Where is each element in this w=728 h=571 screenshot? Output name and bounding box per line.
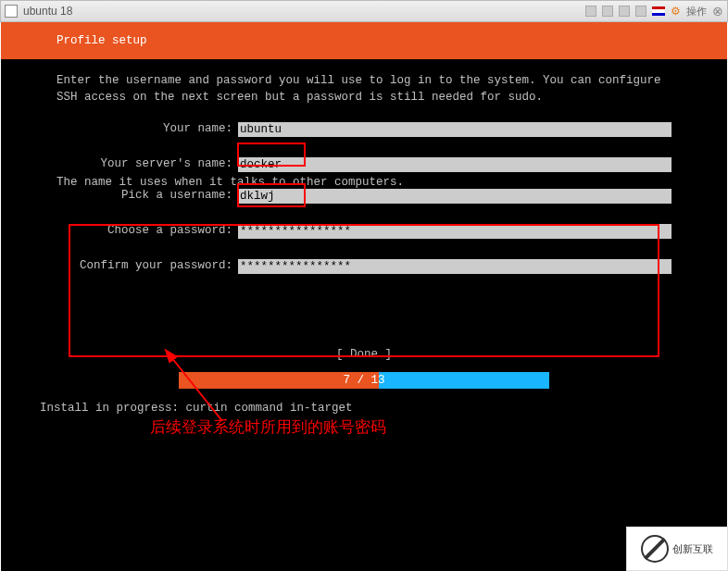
name-input[interactable]: ubuntu <box>238 122 672 137</box>
instructions-text: Enter the username and password you will… <box>56 72 672 106</box>
done-button[interactable]: [ Done ] <box>334 348 394 361</box>
progress-bar: 7 / 13 <box>179 372 549 389</box>
install-status: Install in progress: curtin command in-t… <box>40 402 672 415</box>
username-input[interactable]: dklwj <box>238 189 672 204</box>
flag-icon <box>652 6 665 16</box>
drive-icon[interactable] <box>602 6 613 17</box>
watermark: 创新互联 <box>626 527 728 571</box>
disk-icon[interactable] <box>619 6 630 17</box>
vm-window-titlebar: ubuntu 18 ⚙ 操作 ⊗ <box>0 0 728 22</box>
server-name-hint: The name it uses when it talks to other … <box>56 176 672 189</box>
watermark-logo-icon <box>641 535 669 563</box>
watermark-text: 创新互联 <box>672 542 713 556</box>
progress-text: 7 / 13 <box>179 372 549 389</box>
server-name-input[interactable]: docker <box>238 157 672 172</box>
gear-icon[interactable]: ⚙ <box>671 5 681 18</box>
server-name-label: Your server's name: <box>56 157 238 170</box>
password-input[interactable]: **************** <box>238 224 672 239</box>
password-label: Choose a password: <box>56 224 238 237</box>
confirm-password-input[interactable]: **************** <box>238 259 672 274</box>
name-label: Your name: <box>56 122 238 135</box>
page-title: Profile setup <box>1 22 727 59</box>
vm-window-title: ubuntu 18 <box>23 5 72 18</box>
username-label: Pick a username: <box>56 189 238 202</box>
close-icon[interactable]: ⊗ <box>712 4 723 19</box>
monitor-icon[interactable] <box>585 6 596 17</box>
vm-icon <box>5 5 18 18</box>
confirm-password-label: Confirm your password: <box>56 259 238 272</box>
installer-console: Profile setup Enter the username and pas… <box>1 22 727 571</box>
action-menu[interactable]: 操作 <box>686 5 707 19</box>
network-icon[interactable] <box>635 6 646 17</box>
